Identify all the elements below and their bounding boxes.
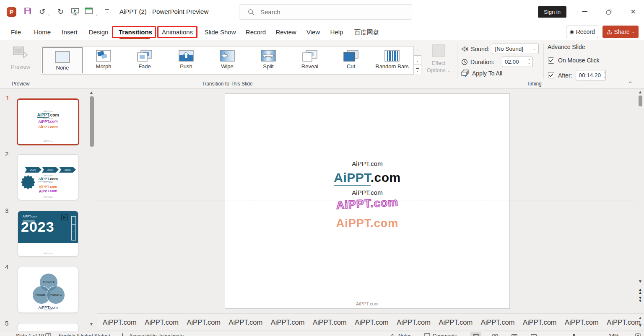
on-mouse-click-option[interactable]: On Mouse Click <box>548 57 600 64</box>
tab-review[interactable]: Review <box>275 24 296 40</box>
zoom-percentage[interactable]: 34% <box>609 333 619 336</box>
canvas-scroll-down-icon[interactable]: ▼ <box>637 279 644 284</box>
thumbnails-scroll-down-icon[interactable]: ▼ <box>89 322 93 326</box>
transition-wipe[interactable]: Wipe <box>207 47 247 74</box>
strip-scroll-down-icon[interactable]: ▼ <box>637 323 644 328</box>
on-mouse-click-checkbox[interactable] <box>548 57 554 64</box>
gallery-scroll-up-icon[interactable]: ⌃ <box>413 46 421 56</box>
collapse-ribbon-icon[interactable]: ⌃ <box>628 80 633 87</box>
play-icon <box>61 215 68 220</box>
close-button[interactable]: ✕ <box>625 6 641 18</box>
split-transition-icon <box>261 50 276 62</box>
morph-transition-icon <box>96 50 111 62</box>
sound-icon <box>461 46 468 52</box>
save-icon[interactable] <box>23 7 32 15</box>
effect-options-button[interactable]: Effect Options ⌄ <box>424 44 453 79</box>
thumbnails-scroll-up-icon[interactable]: ▲ <box>89 90 93 95</box>
transition-reveal[interactable]: Reveal <box>290 47 330 74</box>
duration-label: Duration: <box>470 59 494 65</box>
language-label[interactable]: English (United States) <box>59 333 110 336</box>
search-box[interactable] <box>239 4 412 20</box>
window-view-icon[interactable] <box>84 7 93 15</box>
apply-to-all-icon <box>461 70 469 77</box>
reveal-transition-icon <box>302 50 317 62</box>
next-slide-button[interactable]: ▼▼ <box>637 297 644 302</box>
reading-view-button[interactable] <box>509 332 520 336</box>
tab-slide-show[interactable]: Slide Show <box>204 24 236 40</box>
transition-fade[interactable]: Fade <box>125 47 165 74</box>
transition-morph[interactable]: Morph <box>83 47 124 74</box>
tab-view[interactable]: View <box>306 24 321 40</box>
slide-sorter-view-button[interactable] <box>490 332 501 336</box>
apply-to-all-button[interactable]: Apply To All <box>461 70 502 77</box>
zoom-slider-thumb[interactable] <box>573 334 575 336</box>
record-button[interactable]: ◉ Record <box>566 26 598 38</box>
accessibility-status[interactable]: Accessibility: Investigate <box>129 333 184 336</box>
tab-insert[interactable]: Insert <box>61 24 78 40</box>
ribbon-tab-bar: File Home Insert Design Transitions Anim… <box>0 24 644 40</box>
preview-group-label: Preview <box>8 81 34 87</box>
after-option[interactable]: After: 00:14.20 ⌃⌄ <box>548 70 606 80</box>
slide-thumbnail-1[interactable]: AiPPT.com AiPPT.com AiPPT.com AiPPT.com … <box>17 98 79 145</box>
after-spinner[interactable]: 00:14.20 ⌃⌄ <box>576 70 606 80</box>
previous-slide-button[interactable]: ▲▲ <box>637 288 644 294</box>
tab-home[interactable]: Home <box>34 24 51 40</box>
slide-thumbnail-2[interactable]: 2022 2023 2024 AiPPT.com AiPPT.com AiPPT… <box>18 154 78 200</box>
powerpoint-app-icon[interactable]: P <box>7 7 16 17</box>
thumbnails-scrollbar-thumb[interactable] <box>90 96 94 147</box>
gallery-more-icon[interactable]: ⌄ <box>413 65 421 74</box>
slide-thumbnail-3[interactable]: AiPPT.com 2023 AiPPT.com <box>18 211 78 257</box>
after-label: After: <box>558 72 572 79</box>
transition-push[interactable]: Push <box>166 47 206 74</box>
slide-footer-text: AiPPT.com <box>225 301 509 306</box>
tab-file[interactable]: File <box>10 24 22 40</box>
transition-random-bars[interactable]: Random Bars <box>372 47 412 74</box>
tab-design[interactable]: Design <box>88 24 109 40</box>
gallery-scroll-down-icon[interactable]: ⌄ <box>413 55 421 65</box>
after-checkbox[interactable] <box>548 72 554 78</box>
tab-baidu-netdisk[interactable]: 百度网盘 <box>353 24 381 40</box>
slide-wordart-orange[interactable]: AiPPT.com <box>225 217 509 230</box>
normal-view-button[interactable] <box>470 332 481 336</box>
slide-counter: Slide 1 of 10 <box>16 333 44 336</box>
transition-cut[interactable]: Cut <box>331 47 371 74</box>
horizontal-guide[interactable] <box>97 201 636 201</box>
gallery-scrollbar: ⌃ ⌄ ⌄ <box>413 46 421 75</box>
maximize-button[interactable] <box>600 6 617 18</box>
transition-none[interactable]: None <box>42 47 83 73</box>
status-bar: Slide 1 of 10 English (United States) Ac… <box>0 331 644 336</box>
canvas-scrollbar-thumb[interactable] <box>639 96 642 106</box>
slide-text-top[interactable]: AiPPT.com <box>225 160 509 167</box>
undo-icon[interactable]: ↺ <box>39 6 45 17</box>
tab-record[interactable]: Record <box>245 24 266 40</box>
vertical-guide[interactable] <box>367 89 367 313</box>
strip-scroll-up-icon[interactable]: ▲ <box>637 315 644 320</box>
search-input[interactable] <box>260 8 395 16</box>
duration-spinner[interactable]: 02.00 ⌃⌄ <box>502 57 533 67</box>
quick-access-overflow-icon[interactable]: ⌄ <box>105 7 109 13</box>
comments-button[interactable]: Comments <box>433 333 457 336</box>
spellcheck-book-icon[interactable] <box>45 333 51 336</box>
transition-group-label: Transition to This Slide <box>41 81 414 87</box>
fit-slide-icon[interactable] <box>635 333 641 336</box>
slide-canvas[interactable]: AiPPT.com AiPPT.com AiPPT.com AiPPT.com … <box>225 93 510 309</box>
window-view-dropdown-icon[interactable]: ⌄ <box>95 9 99 20</box>
annotation-box-transitions <box>112 26 156 38</box>
slide-thumbnail-4[interactable]: Product A Product B Product C AiPPT.com … <box>18 267 78 313</box>
start-slideshow-icon[interactable] <box>71 7 80 16</box>
preview-button[interactable]: Preview <box>8 44 34 78</box>
notes-button[interactable]: Notes <box>398 333 411 336</box>
share-icon <box>606 29 612 35</box>
chevron-down-icon: ⌄ <box>533 47 536 51</box>
transition-split[interactable]: Split <box>248 47 288 74</box>
slide-title[interactable]: AiPPT.com <box>225 171 509 185</box>
tab-help[interactable]: Help <box>330 24 344 40</box>
sign-in-button[interactable]: Sign in <box>538 6 566 18</box>
undo-dropdown-icon[interactable]: ⌄ <box>47 9 51 20</box>
redo-icon[interactable]: ↻ <box>57 6 64 17</box>
slideshow-view-button[interactable] <box>528 332 539 336</box>
share-button[interactable]: Share ⌄ <box>602 26 639 38</box>
canvas-scroll-up-icon[interactable]: ▲ <box>637 90 644 95</box>
sound-dropdown[interactable]: [No Sound] ⌄ <box>492 44 539 54</box>
minimize-button[interactable] <box>576 6 593 18</box>
